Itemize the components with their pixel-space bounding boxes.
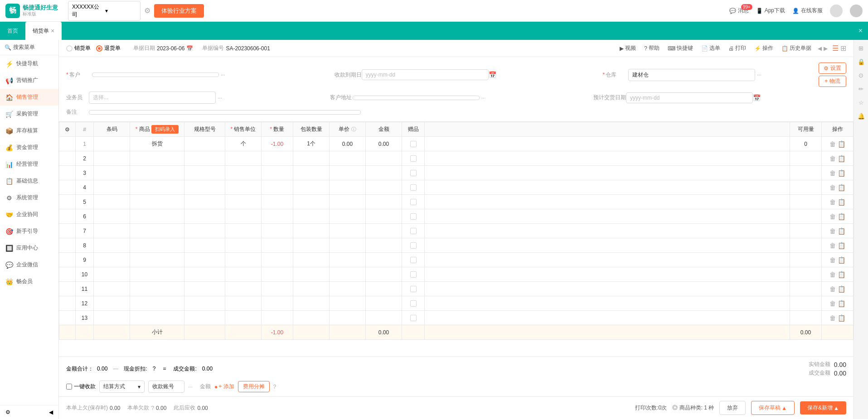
- rp-btn-2[interactable]: 🔒: [855, 55, 868, 68]
- delivery-calendar-icon[interactable]: 📅: [753, 94, 761, 101]
- row1-copy-icon[interactable]: 📋: [838, 140, 845, 148]
- sidebar-item-sales[interactable]: 🏠 销售管理: [0, 89, 58, 106]
- settlement-method-input[interactable]: 结算方式 ▾: [99, 380, 145, 393]
- r2-unit[interactable]: [225, 151, 262, 166]
- settings-icon[interactable]: ⚙: [144, 6, 150, 15]
- salesperson-input[interactable]: 选择...: [89, 92, 216, 104]
- sidebar-item-appstore[interactable]: 🔲 应用中心: [0, 240, 58, 256]
- collapse-icon[interactable]: ◀: [49, 409, 53, 415]
- calendar-icon[interactable]: 📅: [186, 45, 193, 52]
- history-btn[interactable]: 📋 历史单据: [780, 43, 813, 53]
- online-service-btn[interactable]: 👤 在线客服: [792, 7, 823, 14]
- r2-product[interactable]: [130, 151, 184, 166]
- sidebar-item-inventory[interactable]: 📦 库存核算: [0, 122, 58, 139]
- r2-qty[interactable]: [262, 151, 293, 166]
- r2-delete-icon[interactable]: 🗑: [829, 155, 836, 162]
- payment-calendar-icon[interactable]: 📅: [489, 71, 496, 78]
- radio-return[interactable]: 退货单: [96, 44, 121, 52]
- r2-copy-icon[interactable]: 📋: [838, 155, 845, 162]
- settings-btn[interactable]: ⚙ 设置: [819, 63, 846, 74]
- notes-input[interactable]: [89, 110, 361, 115]
- tab-sales[interactable]: 销货单 ×: [25, 22, 62, 40]
- radio-sales[interactable]: 销货单: [66, 44, 91, 52]
- grid-view-btn[interactable]: ⊞: [840, 44, 846, 53]
- shortcut-btn[interactable]: ⌨ 快捷键: [666, 43, 695, 53]
- rp-btn-3[interactable]: ⊙: [855, 69, 868, 82]
- rp-btn-4[interactable]: ✏: [855, 82, 868, 95]
- warehouse-dots[interactable]: ···: [755, 72, 763, 78]
- owe-help-icon[interactable]: ?: [151, 405, 154, 411]
- row1-barcode[interactable]: [94, 137, 130, 151]
- sidebar-item-basic[interactable]: 📋 基础信息: [0, 173, 58, 189]
- message-btn[interactable]: 💬 消息 99+: [729, 7, 749, 14]
- sidebar-item-wechat[interactable]: 💬 企业微信: [0, 256, 58, 273]
- save-draft-btn[interactable]: 保存草稿 ▲: [751, 401, 795, 415]
- row1-gift[interactable]: [402, 137, 425, 151]
- salesperson-dots[interactable]: ···: [216, 95, 224, 101]
- print-btn[interactable]: 🖨 打印: [727, 43, 748, 53]
- r2-spec[interactable]: [184, 151, 225, 166]
- customer-input[interactable]: [92, 72, 219, 77]
- rp-btn-1[interactable]: ⊞: [855, 42, 868, 54]
- prev-icon[interactable]: ◀: [818, 45, 822, 52]
- avatar[interactable]: [830, 5, 843, 17]
- sidebar-search[interactable]: 🔍 搜索菜单: [0, 40, 58, 55]
- r2-barcode[interactable]: [94, 151, 130, 166]
- one-click-checkbox[interactable]: [66, 384, 72, 390]
- fee-help-icon[interactable]: ?: [273, 384, 276, 390]
- sidebar-item-enterprise[interactable]: 🤝 企业协同: [0, 206, 58, 223]
- customer-dots[interactable]: ···: [219, 72, 227, 78]
- close-all-btn[interactable]: ×: [853, 27, 868, 35]
- address-dots[interactable]: ···: [480, 95, 488, 101]
- row1-pack[interactable]: 1个: [293, 137, 330, 151]
- rp-btn-5[interactable]: ☆: [855, 96, 868, 109]
- settings-gear-icon[interactable]: ⚙: [5, 409, 10, 415]
- trial-btn[interactable]: 体验行业方案: [154, 4, 204, 18]
- help-btn[interactable]: ? 帮助: [642, 43, 661, 53]
- payment-due-input[interactable]: yyyy-mm-dd: [362, 69, 489, 80]
- row1-spec[interactable]: [184, 137, 225, 151]
- logistics-btn[interactable]: + 物流: [819, 76, 846, 87]
- bank-dots[interactable]: ···: [188, 384, 193, 390]
- sidebar-item-system[interactable]: ⚙ 系统管理: [0, 189, 58, 206]
- scan-btn[interactable]: 扫码录入: [151, 125, 179, 134]
- next-icon[interactable]: ▶: [824, 45, 828, 52]
- fee-split-btn[interactable]: 费用分摊: [238, 381, 270, 392]
- r3-copy[interactable]: 📋: [838, 169, 845, 177]
- sidebar-item-purchase[interactable]: 🛒 采购管理: [0, 106, 58, 122]
- delivery-input[interactable]: yyyy-mm-dd: [626, 92, 753, 103]
- discard-btn[interactable]: 放弃: [719, 401, 746, 415]
- bank-account-input[interactable]: 收款账号: [148, 380, 184, 393]
- row1-product[interactable]: 拆货: [130, 137, 184, 151]
- sidebar-item-member[interactable]: 👑 畅会员: [0, 273, 58, 290]
- r3-delete[interactable]: 🗑: [829, 169, 836, 177]
- save-new-btn[interactable]: 保存&新增 ▲: [800, 401, 846, 414]
- sidebar-item-quick-nav[interactable]: ⚡ 快捷导航: [0, 55, 58, 72]
- sidebar-item-business[interactable]: 📊 经营管理: [0, 156, 58, 173]
- row1-delete-icon[interactable]: 🗑: [829, 140, 836, 148]
- tab-close-icon[interactable]: ×: [51, 27, 54, 34]
- one-click-pay[interactable]: 一键收款: [66, 383, 96, 390]
- r2-gift[interactable]: [402, 151, 425, 166]
- list-view-btn[interactable]: ☰: [832, 44, 839, 53]
- sidebar-item-guide[interactable]: 🎯 新手引导: [0, 223, 58, 240]
- row1-qty[interactable]: -1.00: [262, 137, 293, 151]
- address-input[interactable]: [353, 96, 480, 100]
- warehouse-input[interactable]: 建材仓: [628, 69, 755, 81]
- operate-btn[interactable]: ⚡ 操作: [752, 43, 775, 53]
- row1-unit[interactable]: 个: [225, 137, 262, 151]
- sidebar-item-marketing[interactable]: 📢 营销推广: [0, 72, 58, 89]
- r2-pack[interactable]: [293, 151, 330, 166]
- date-value[interactable]: 2023-06-06: [157, 45, 184, 52]
- row1-price[interactable]: 0.00: [330, 137, 366, 151]
- sidebar-item-finance[interactable]: 💰 资金管理: [0, 139, 58, 156]
- r2-price[interactable]: [330, 151, 366, 166]
- tab-home[interactable]: 首页: [0, 22, 25, 40]
- app-download-btn[interactable]: 📱 App下载: [756, 7, 785, 14]
- video-btn[interactable]: ▶ 视频: [618, 43, 638, 53]
- rp-btn-6[interactable]: 🔔: [855, 110, 868, 122]
- avatar2[interactable]: [850, 5, 863, 17]
- add-payment-btn[interactable]: ● + 添加: [214, 383, 234, 390]
- discount-help[interactable]: ?: [153, 366, 156, 372]
- company-selector[interactable]: XXXXXX公司 ▾: [68, 1, 141, 21]
